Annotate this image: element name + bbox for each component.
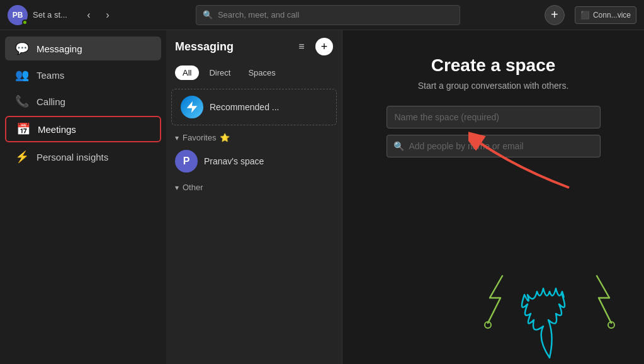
messaging-icon: 💬	[15, 42, 29, 55]
search-bar[interactable]: 🔍 Search, meet, and call	[196, 5, 460, 25]
conn-button[interactable]: ⬛ Conn...vice	[575, 6, 636, 24]
sidebar-item-messaging[interactable]: 💬 Messaging	[5, 37, 161, 60]
search-placeholder-text: Search, meet, and call	[218, 10, 299, 20]
avatar-status	[22, 20, 28, 25]
messaging-title: Messaging	[175, 40, 288, 54]
recommended-icon	[181, 96, 203, 118]
svg-point-2	[608, 322, 614, 328]
sidebar-item-label: Messaging	[37, 43, 82, 54]
star-icon: ⭐	[220, 133, 230, 142]
calling-icon: 📞	[15, 94, 29, 108]
create-space-subtitle: Start a group conversation with others.	[418, 81, 569, 91]
chevron-down-icon-other: ▾	[175, 183, 179, 192]
recommended-label: Recommended ...	[210, 102, 280, 112]
filter-button[interactable]: ≡	[293, 38, 310, 55]
doodle-art	[455, 238, 644, 364]
recommended-item[interactable]: Recommended ...	[171, 89, 337, 125]
personal-insights-icon: ⚡	[15, 150, 29, 164]
add-button[interactable]: +	[545, 5, 565, 25]
favorites-header[interactable]: ▾ Favorites ⭐	[166, 128, 342, 145]
sidebar-item-meetings[interactable]: 📅 Meetings	[5, 116, 161, 142]
sidebar: 💬 Messaging 👥 Teams 📞 Calling 📅 Meetings…	[0, 30, 166, 364]
search-icon-people: 🔍	[393, 141, 404, 151]
sidebar-item-label: Teams	[37, 70, 64, 81]
nav-arrows: ‹ ›	[80, 6, 116, 24]
space-name: Pranav's space	[204, 156, 264, 166]
space-avatar: P	[175, 150, 198, 173]
other-header[interactable]: ▾ Other	[166, 178, 342, 195]
messaging-header: Messaging ≡ +	[166, 30, 342, 63]
teams-icon: 👥	[15, 68, 29, 82]
avatar[interactable]: PB	[8, 5, 28, 25]
filter-tab-spaces[interactable]: Spaces	[240, 65, 283, 80]
conn-label: Conn...vice	[593, 11, 631, 20]
filter-tab-direct[interactable]: Direct	[201, 65, 238, 80]
main-layout: 💬 Messaging 👥 Teams 📞 Calling 📅 Meetings…	[0, 30, 644, 364]
chevron-down-icon: ▾	[175, 134, 179, 142]
nav-back-button[interactable]: ‹	[80, 6, 98, 24]
sidebar-item-label: Calling	[37, 96, 65, 107]
search-icon: 🔍	[203, 10, 213, 20]
main-content: Create a space Start a group conversatio…	[342, 30, 644, 364]
messaging-panel: Messaging ≡ + All Direct Spaces Recommen…	[166, 30, 342, 364]
people-placeholder: Add people by name or email	[409, 141, 524, 151]
filter-tabs: All Direct Spaces	[166, 63, 342, 86]
favorites-label: Favorites	[183, 133, 216, 142]
sidebar-item-label: Personal insights	[37, 152, 108, 162]
sidebar-item-personal-insights[interactable]: ⚡ Personal insights	[5, 145, 161, 169]
filter-tab-all[interactable]: All	[175, 65, 199, 80]
sidebar-item-teams[interactable]: 👥 Teams	[5, 63, 161, 87]
create-space-title: Create a space	[431, 55, 556, 76]
space-item-pranav[interactable]: P Pranav's space	[166, 145, 342, 178]
sidebar-item-label: Meetings	[38, 124, 76, 135]
topbar: PB Set a st... ‹ › 🔍 Search, meet, and c…	[0, 0, 644, 30]
space-name-input[interactable]	[387, 106, 601, 128]
status-text[interactable]: Set a st...	[33, 10, 67, 20]
new-conversation-button[interactable]: +	[315, 38, 333, 55]
other-label: Other	[183, 183, 203, 192]
meetings-icon: 📅	[16, 122, 30, 136]
screen-icon: ⬛	[580, 11, 590, 20]
people-input-wrap[interactable]: 🔍 Add people by name or email	[387, 135, 601, 157]
sidebar-item-calling[interactable]: 📞 Calling	[5, 89, 161, 113]
nav-forward-button[interactable]: ›	[99, 6, 116, 24]
svg-point-1	[485, 322, 491, 328]
